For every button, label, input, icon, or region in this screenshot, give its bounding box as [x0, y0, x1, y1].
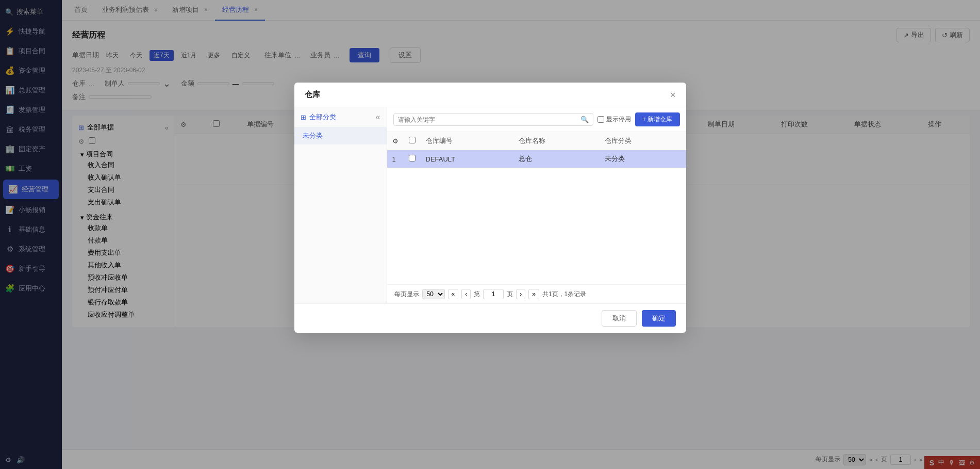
modal-prev-page-btn[interactable]: ‹ — [461, 289, 471, 299]
warehouse-row[interactable]: 1 DEFAULT 总仓 未分类 — [387, 150, 686, 168]
modal-body: ⊞ 全部分类 « 未分类 🔍 显示停用 + 新增仓库 — [294, 107, 686, 303]
row-checkbox-cell — [404, 150, 421, 168]
row-name: 总仓 — [513, 150, 600, 168]
modal-total-label: 共1页，1条记录 — [542, 290, 586, 299]
confirm-button[interactable]: 确定 — [642, 310, 676, 327]
show-disabled-checkbox[interactable] — [597, 116, 604, 123]
warehouse-search-input[interactable] — [398, 116, 579, 123]
mth-code: 仓库编号 — [421, 132, 513, 150]
category-uncategorized[interactable]: 未分类 — [294, 127, 387, 144]
row-code: DEFAULT — [421, 150, 513, 168]
search-icon-modal[interactable]: 🔍 — [580, 116, 589, 123]
modal-pagination: 每页显示 50 « ‹ 第 页 › » 共1页，1条记录 — [387, 284, 686, 303]
category-all[interactable]: ⊞ 全部分类 « — [294, 107, 387, 127]
modal-table: ⚙ 仓库编号 仓库名称 仓库分类 1 — [387, 132, 686, 168]
mth-category: 仓库分类 — [600, 132, 686, 150]
table-search-bar: 🔍 显示停用 + 新增仓库 — [387, 107, 686, 132]
search-input-wrap: 🔍 — [393, 113, 594, 126]
modal-close-button[interactable]: × — [670, 90, 676, 100]
mth-checkbox — [404, 132, 421, 150]
modal-header: 仓库 × — [294, 83, 686, 107]
collapse-category-icon[interactable]: « — [376, 112, 380, 122]
modal-table-header: ⚙ 仓库编号 仓库名称 仓库分类 — [387, 132, 686, 150]
add-warehouse-button[interactable]: + 新增仓库 — [635, 112, 679, 126]
modal-per-page-select[interactable]: 50 — [422, 289, 445, 299]
category-panel: ⊞ 全部分类 « 未分类 — [294, 107, 387, 303]
modal-table-wrap: ⚙ 仓库编号 仓库名称 仓库分类 1 — [387, 132, 686, 284]
cancel-button[interactable]: 取消 — [602, 310, 637, 327]
warehouse-modal: 仓库 × ⊞ 全部分类 « 未分类 🔍 显示停用 + — [294, 83, 686, 333]
modal-select-all[interactable] — [409, 137, 416, 143]
modal-first-page-btn[interactable]: « — [448, 289, 459, 299]
row-num: 1 — [387, 150, 404, 168]
modal-page-input[interactable] — [483, 289, 504, 299]
row-checkbox[interactable] — [409, 155, 416, 161]
mth-gear: ⚙ — [387, 132, 404, 150]
show-disabled-label: 显示停用 — [597, 115, 631, 124]
row-category: 未分类 — [600, 150, 686, 168]
modal-last-page-btn[interactable]: » — [528, 289, 539, 299]
modal-next-page-btn[interactable]: › — [516, 289, 525, 299]
modal-footer: 取消 确定 — [294, 303, 686, 333]
modal-title: 仓库 — [305, 90, 320, 100]
table-panel: 🔍 显示停用 + 新增仓库 ⚙ 仓库编号 — [387, 107, 686, 303]
grid-icon-modal: ⊞ — [301, 114, 306, 121]
mth-name: 仓库名称 — [513, 132, 600, 150]
